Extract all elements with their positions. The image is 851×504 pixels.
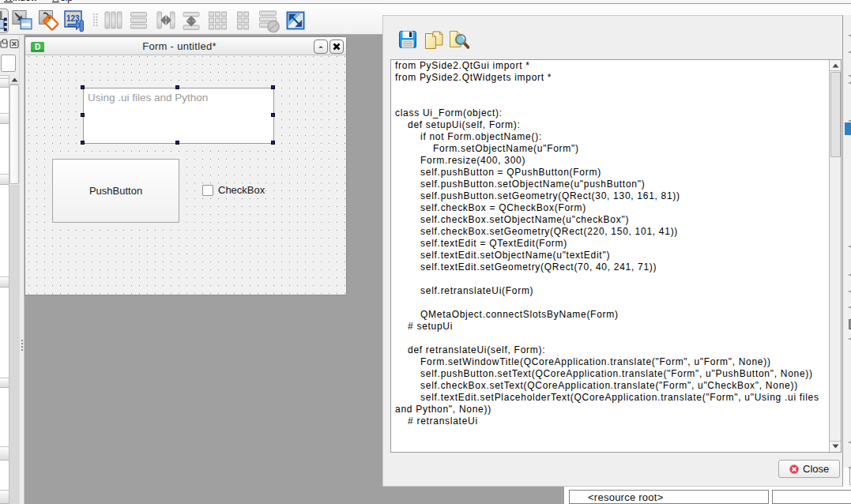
svg-text:123: 123 xyxy=(66,14,80,23)
